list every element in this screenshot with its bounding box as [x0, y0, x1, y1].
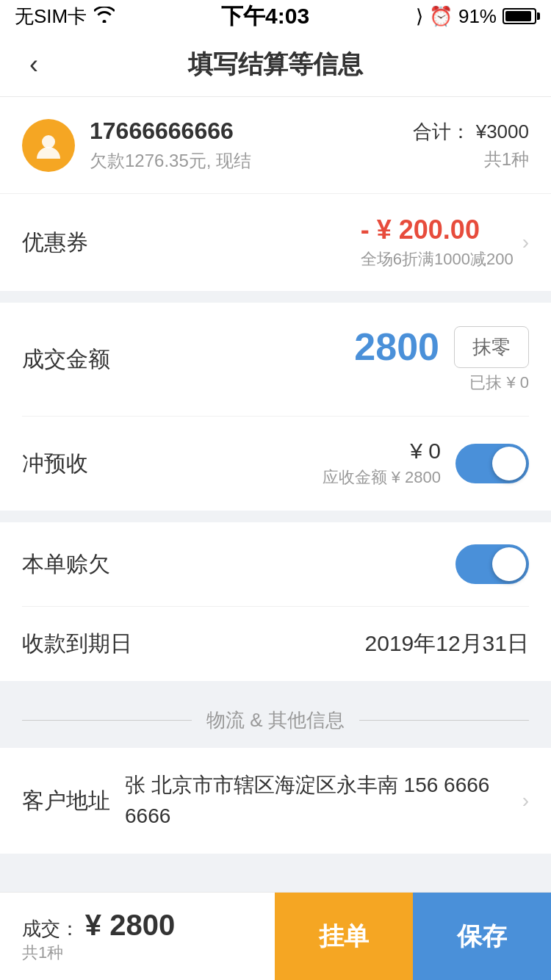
credit-debt-label: 本单赊欠	[22, 550, 110, 580]
credit-debt-toggle[interactable]	[455, 544, 529, 584]
bottom-count: 共1种	[22, 942, 253, 964]
bottom-deal-label: 成交：	[22, 918, 79, 940]
coupon-chevron-icon: ›	[522, 231, 529, 254]
address-chevron-icon: ›	[522, 789, 529, 813]
bottom-summary: 成交： ¥ 2800 共1种	[0, 893, 275, 980]
total-count: 共1种	[413, 148, 529, 171]
bottom-bar: 成交： ¥ 2800 共1种 挂单 保存	[0, 892, 551, 980]
coupon-amount: - ¥ 200.00	[361, 215, 514, 245]
battery-icon	[503, 8, 536, 24]
address-label: 客户地址	[22, 786, 110, 816]
battery-percent: 91%	[458, 5, 497, 28]
round-zero-button[interactable]: 抹零	[454, 326, 529, 368]
bottom-deal-amount: ¥ 2800	[85, 909, 175, 941]
prepay-amount: ¥ 0	[323, 439, 441, 464]
prepay-sub: 应收金额 ¥ 2800	[323, 466, 441, 489]
svg-point-0	[42, 135, 55, 148]
deal-amount-row: 成交金额 2800 抹零 已抹 ¥ 0	[22, 303, 529, 417]
coupon-row[interactable]: 优惠券 - ¥ 200.00 全场6折满1000减200 ›	[0, 193, 551, 291]
coupon-desc: 全场6折满1000减200	[361, 248, 514, 270]
total-label: 合计： ¥3000	[413, 119, 529, 145]
alarm-icon: ⏰	[429, 5, 453, 28]
due-date-label: 收款到期日	[22, 629, 132, 659]
deal-amount-label: 成交金额	[22, 345, 110, 375]
save-button[interactable]: 保存	[413, 893, 551, 980]
prepay-toggle[interactable]	[455, 444, 529, 483]
customer-phone: 17666666666	[90, 118, 251, 145]
prepay-label: 冲预收	[22, 449, 88, 479]
wifi-icon	[94, 5, 115, 28]
nav-bar: ‹ 填写结算等信息	[0, 32, 551, 97]
customer-row: 17666666666 欠款1276.35元, 现结 合计： ¥3000 共1种	[0, 97, 551, 193]
credit-debt-section: 本单赊欠 收款到期日 2019年12月31日	[0, 522, 551, 681]
status-bar: 无SIM卡 下午4:03 ⟩ ⏰ 91%	[0, 0, 551, 32]
total-amount: ¥3000	[476, 120, 529, 143]
credit-toggle-knob	[492, 547, 526, 581]
due-date-row: 收款到期日 2019年12月31日	[22, 607, 529, 681]
customer-subtext: 欠款1276.35元, 现结	[90, 149, 251, 173]
back-button[interactable]: ‹	[22, 42, 46, 87]
customer-card: 17666666666 欠款1276.35元, 现结 合计： ¥3000 共1种…	[0, 97, 551, 291]
deal-sub-text: 已抹 ¥ 0	[354, 372, 529, 394]
status-left: 无SIM卡	[15, 4, 115, 29]
main-content: 17666666666 欠款1276.35元, 现结 合计： ¥3000 共1种…	[0, 97, 551, 954]
location-icon: ⟩	[416, 5, 423, 28]
status-time: 下午4:03	[221, 1, 309, 32]
address-section: 客户地址 张 北京市市辖区海淀区永丰南 156 6666 6666 ›	[0, 748, 551, 854]
logistics-label: 物流 & 其他信息	[192, 707, 359, 733]
deal-section: 成交金额 2800 抹零 已抹 ¥ 0 冲预收 ¥ 0 应收金额 ¥ 2800	[0, 303, 551, 511]
deal-amount-value: 2800	[354, 325, 439, 369]
page-title: 填写结算等信息	[188, 48, 363, 82]
address-row[interactable]: 客户地址 张 北京市市辖区海淀区永丰南 156 6666 6666 ›	[22, 748, 529, 854]
address-value: 张 北京市市辖区海淀区永丰南 156 6666 6666	[125, 770, 522, 832]
coupon-label: 优惠券	[22, 228, 88, 258]
sim-status: 无SIM卡	[15, 4, 87, 29]
due-date-value: 2019年12月31日	[365, 629, 529, 659]
status-right: ⟩ ⏰ 91%	[416, 5, 536, 28]
logistics-divider: 物流 & 其他信息	[0, 693, 551, 748]
avatar	[22, 119, 75, 172]
prepay-row: 冲预收 ¥ 0 应收金额 ¥ 2800	[22, 417, 529, 511]
hang-button[interactable]: 挂单	[275, 893, 413, 980]
credit-debt-row: 本单赊欠	[22, 522, 529, 607]
toggle-knob	[492, 447, 526, 480]
